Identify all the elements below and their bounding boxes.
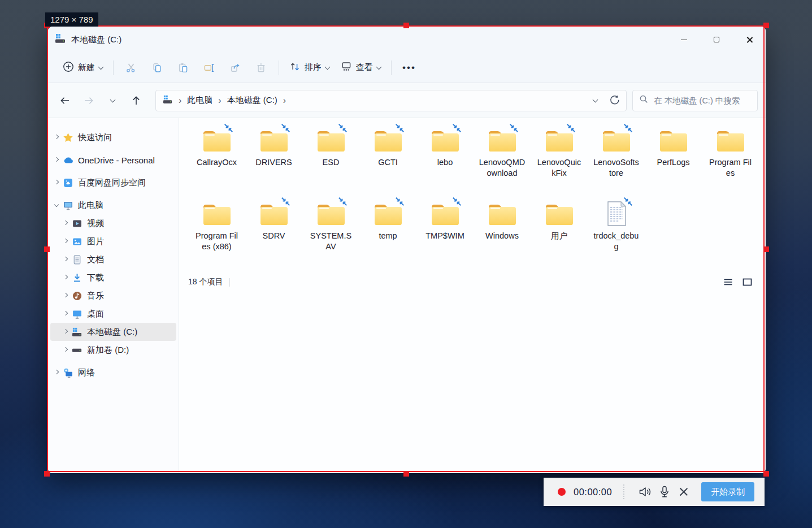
resize-handle[interactable]	[44, 246, 50, 252]
sidebar-item-new-volume-d[interactable]: 新加卷 (D:)	[50, 341, 176, 359]
minimize-icon	[681, 40, 687, 40]
compressed-badge-icon	[623, 196, 633, 209]
file-item[interactable]: GCTI	[359, 127, 416, 168]
file-item[interactable]: CallrayOcx	[188, 127, 245, 168]
this-pc-icon	[63, 200, 73, 211]
resize-handle[interactable]	[763, 471, 769, 477]
downloads-icon	[72, 272, 82, 283]
file-item[interactable]: LenovoSoftstore	[588, 127, 645, 179]
onedrive-icon	[63, 155, 73, 166]
sidebar-item-documents[interactable]: 文档	[50, 250, 176, 269]
file-item[interactable]: lebo	[416, 127, 474, 168]
file-item[interactable]: PerfLogs	[645, 127, 702, 168]
new-button[interactable]: 新建	[57, 58, 108, 78]
close-button[interactable]	[733, 27, 766, 53]
file-item[interactable]: ESD	[302, 127, 359, 168]
delete-button[interactable]	[248, 58, 274, 78]
sidebar-item-downloads[interactable]: 下载	[50, 269, 176, 287]
expand-chevron-icon[interactable]	[63, 328, 68, 333]
drive-icon	[55, 33, 66, 46]
expand-chevron-icon[interactable]	[54, 134, 59, 139]
compressed-badge-icon	[280, 196, 291, 209]
back-button[interactable]	[56, 92, 74, 110]
address-dropdown-icon[interactable]	[593, 97, 598, 102]
expand-chevron-icon[interactable]	[54, 179, 59, 184]
sidebar-item-network[interactable]: 网络	[50, 363, 176, 382]
file-item[interactable]: trdock_debug	[588, 201, 645, 252]
expand-chevron-icon[interactable]	[63, 256, 68, 261]
file-item[interactable]: LenovoQuickFix	[531, 127, 588, 179]
file-item[interactable]: SYSTEM.SAV	[302, 201, 359, 252]
refresh-icon[interactable]	[609, 94, 619, 107]
expand-chevron-icon[interactable]	[63, 310, 68, 315]
file-name: Program Files	[707, 157, 754, 179]
breadcrumb-this-pc[interactable]: 此电脑	[187, 95, 212, 106]
expand-chevron-icon[interactable]	[54, 369, 59, 374]
sidebar-item-label: 文档	[87, 254, 104, 265]
resize-handle[interactable]	[763, 246, 769, 252]
breadcrumb[interactable]: › 此电脑 › 本地磁盘 (C:) ›	[155, 90, 627, 111]
file-item[interactable]: temp	[359, 201, 416, 241]
compressed-badge-icon	[509, 123, 519, 136]
file-item[interactable]: LenovoQMDownload	[474, 127, 531, 179]
title-bar[interactable]: 本地磁盘 (C:)	[48, 27, 766, 53]
sort-button[interactable]: 排序	[284, 58, 335, 78]
sidebar-item-quick-access[interactable]: 快速访问	[50, 128, 176, 146]
expand-chevron-icon[interactable]	[63, 347, 68, 351]
up-button[interactable]	[127, 92, 145, 110]
sidebar-item-videos[interactable]: 视频	[50, 214, 176, 232]
resize-handle[interactable]	[403, 23, 409, 28]
start-recording-button[interactable]: 开始录制	[701, 482, 754, 501]
sidebar-item-pictures[interactable]: 图片	[50, 232, 176, 250]
compressed-badge-icon	[394, 196, 405, 209]
copy-button[interactable]	[144, 58, 170, 78]
expand-chevron-icon[interactable]	[63, 292, 68, 297]
expand-chevron-icon[interactable]	[63, 220, 68, 224]
file-item[interactable]: DRIVERS	[245, 127, 302, 168]
sidebar-item-this-pc[interactable]: 此电脑	[50, 196, 176, 214]
resize-handle[interactable]	[403, 471, 409, 477]
resize-handle[interactable]	[763, 23, 769, 28]
cancel-recording-button[interactable]	[674, 482, 693, 501]
expand-chevron-icon[interactable]	[54, 202, 59, 206]
cut-button[interactable]	[118, 58, 144, 78]
sidebar-item-local-disk-c[interactable]: 本地磁盘 (C:)	[50, 323, 176, 341]
paste-button[interactable]	[170, 58, 196, 78]
command-toolbar: 新建 排序 查看 •••	[48, 53, 766, 83]
share-button[interactable]	[222, 58, 248, 78]
file-item[interactable]: TMP$WIM	[416, 201, 474, 241]
speaker-button[interactable]	[636, 482, 655, 501]
file-item[interactable]: SDRV	[245, 201, 302, 241]
file-item[interactable]: Program Files	[702, 127, 759, 179]
expand-chevron-icon[interactable]	[63, 274, 68, 279]
compressed-badge-icon	[394, 123, 405, 136]
sidebar-item-desktop[interactable]: 桌面	[50, 305, 176, 323]
new-volume-d-icon	[72, 345, 82, 356]
expand-chevron-icon[interactable]	[63, 238, 68, 243]
microphone-button[interactable]	[655, 482, 674, 501]
recent-locations-button[interactable]	[103, 92, 121, 110]
minimize-button[interactable]	[667, 27, 700, 53]
sidebar-item-label: OneDrive - Personal	[78, 155, 155, 165]
maximize-button[interactable]	[700, 27, 733, 53]
search-box[interactable]	[632, 90, 758, 111]
view-button[interactable]: 查看	[335, 58, 387, 78]
large-icons-view-button[interactable]	[740, 275, 754, 289]
forward-button[interactable]	[80, 92, 98, 110]
details-view-button[interactable]	[720, 275, 735, 289]
more-options-button[interactable]: •••	[396, 58, 422, 78]
expand-chevron-icon[interactable]	[54, 157, 59, 161]
search-input[interactable]	[654, 96, 759, 105]
rename-button[interactable]	[196, 58, 222, 78]
resize-handle[interactable]	[44, 471, 50, 477]
breadcrumb-local-disk-c[interactable]: 本地磁盘 (C:)	[227, 95, 277, 106]
sidebar-item-label: 图片	[87, 236, 104, 247]
sidebar-item-baidu-netdisk[interactable]: 百度网盘同步空间	[50, 174, 176, 192]
file-item[interactable]: Windows	[474, 201, 531, 241]
sidebar-item-onedrive[interactable]: OneDrive - Personal	[50, 151, 176, 169]
file-item[interactable]: Program Files (x86)	[188, 201, 245, 252]
sidebar-item-label: 快速访问	[78, 132, 112, 143]
breadcrumb-separator: ›	[283, 96, 286, 106]
file-item[interactable]: 用户	[531, 201, 588, 241]
sidebar-item-music[interactable]: 音乐	[50, 287, 176, 305]
